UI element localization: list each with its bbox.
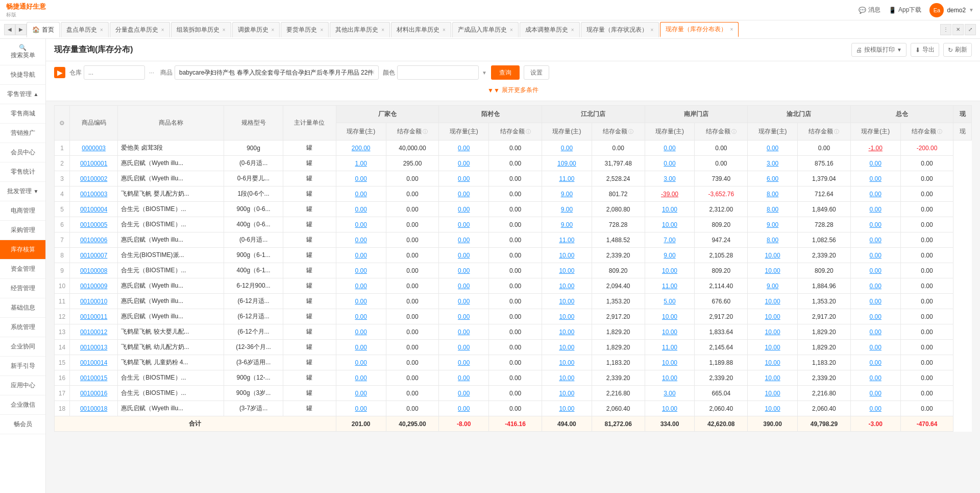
qty-link[interactable]: 0.00 — [870, 344, 881, 351]
tab-material-out[interactable]: 材料出库单历史 × — [391, 22, 451, 37]
product-code-link[interactable]: 00100002 — [80, 175, 107, 182]
qty-link[interactable]: 9.00 — [561, 221, 573, 228]
sidebar-item-corp[interactable]: 企业协同 — [0, 337, 45, 357]
tab-other-out[interactable]: 其他出库单历史 × — [330, 22, 390, 37]
qty-link[interactable]: 3.00 — [664, 175, 675, 182]
info-icon[interactable]: ⓘ — [423, 129, 428, 134]
sidebar-item-purchase[interactable]: 采购管理 — [0, 221, 45, 240]
product-code-link[interactable]: 00100014 — [80, 359, 107, 366]
qty-link[interactable]: 0.00 — [458, 145, 470, 152]
qty-link[interactable]: 10.00 — [765, 405, 780, 412]
info-icon[interactable]: ⓘ — [731, 129, 737, 134]
export-btn[interactable]: ⬇ 导出 — [911, 43, 939, 57]
qty-link[interactable]: 0.00 — [870, 405, 881, 412]
product-code-link[interactable]: 0000003 — [82, 145, 106, 152]
qty-link[interactable]: 10.00 — [559, 390, 574, 397]
qty-link[interactable]: 1.00 — [355, 160, 366, 167]
tab-order[interactable]: 要货单历史 × — [281, 22, 329, 37]
qty-link[interactable]: 11.00 — [662, 283, 677, 290]
qty-link[interactable]: 0.00 — [458, 283, 470, 290]
qty-link[interactable]: 0.00 — [458, 206, 470, 213]
qty-link[interactable]: 0.00 — [355, 267, 366, 274]
qty-link[interactable]: 0.00 — [458, 344, 470, 351]
qty-link[interactable]: 10.00 — [765, 344, 780, 351]
qty-link[interactable]: 0.00 — [458, 313, 470, 320]
warehouse-more-btn[interactable]: ··· — [147, 69, 156, 76]
qty-link[interactable]: 0.00 — [458, 160, 470, 167]
tab-expand-btn[interactable]: ⤢ — [965, 24, 976, 35]
qty-link[interactable]: 0.00 — [355, 191, 366, 198]
sidebar-item-retail-mgmt[interactable]: 零售管理 ▲ — [0, 85, 45, 104]
qty-link[interactable]: 10.00 — [559, 344, 574, 351]
qty-link[interactable]: 10.00 — [662, 221, 677, 228]
qty-link[interactable]: 0.00 — [458, 328, 470, 336]
qty-link[interactable]: 0.00 — [870, 298, 881, 305]
qty-link[interactable]: 10.00 — [662, 328, 677, 336]
qty-link[interactable]: 0.00 — [767, 145, 778, 152]
qty-link[interactable]: 10.00 — [765, 298, 780, 305]
warehouse-input[interactable] — [84, 65, 145, 80]
qty-link[interactable]: 0.00 — [458, 175, 470, 182]
sidebar-item-ops[interactable]: 经营管理 — [0, 279, 45, 298]
table-container[interactable]: ⚙ 商品编码 商品名称 规格型号 主计量单位 厂家仓 陌村仓 江北门店 南岸门店… — [46, 101, 980, 493]
product-code-link[interactable]: 00100012 — [80, 328, 107, 336]
qty-link[interactable]: 0.00 — [355, 175, 366, 182]
tab-check-single-close[interactable]: × — [100, 27, 103, 33]
qty-link[interactable]: 3.00 — [664, 390, 675, 397]
product-code-link[interactable]: 00100004 — [80, 206, 107, 213]
qty-link[interactable]: 10.00 — [559, 374, 574, 382]
qty-link[interactable]: 0.00 — [458, 405, 470, 412]
sidebar-item-basic[interactable]: 基础信息 — [0, 298, 45, 318]
qty-link[interactable]: 10.00 — [662, 313, 677, 320]
info-icon[interactable]: ⓘ — [937, 129, 942, 134]
qty-link[interactable]: 0.00 — [870, 237, 881, 244]
qty-link[interactable]: 0.00 — [355, 221, 366, 228]
qty-link[interactable]: 10.00 — [662, 359, 677, 366]
tab-assemble[interactable]: 组装拆卸单历史 × — [171, 22, 231, 37]
qty-link[interactable]: 0.00 — [355, 344, 366, 351]
tab-cost-adjust-close[interactable]: × — [571, 27, 574, 33]
qty-link[interactable]: 200.00 — [352, 145, 371, 152]
qty-link[interactable]: 10.00 — [559, 405, 574, 412]
sidebar-item-finance[interactable]: 资金管理 — [0, 260, 45, 279]
qty-link[interactable]: 10.00 — [559, 313, 574, 320]
user-info[interactable]: Ea demo2 ▼ — [929, 3, 974, 17]
qty-link[interactable]: 0.00 — [561, 145, 573, 152]
qty-link[interactable]: 10.00 — [765, 252, 780, 259]
qty-link[interactable]: 0.00 — [355, 206, 366, 213]
sidebar-item-wholesale[interactable]: 批发管理 ▼ — [0, 182, 45, 201]
tab-home[interactable]: 🏠 首页 — [27, 22, 60, 37]
qty-link[interactable]: 0.00 — [870, 221, 881, 228]
sidebar-item-wecom[interactable]: 企业微信 — [0, 395, 45, 415]
product-code-link[interactable]: 00100006 — [80, 237, 107, 244]
product-code-link[interactable]: 00100007 — [80, 252, 107, 259]
info-icon[interactable]: ⓘ — [628, 129, 633, 134]
qty-link[interactable]: 0.00 — [355, 405, 366, 412]
qty-link[interactable]: 10.00 — [559, 328, 574, 336]
qty-link[interactable]: 10.00 — [559, 359, 574, 366]
tab-transfer-close[interactable]: × — [272, 27, 275, 33]
tab-product-in-close[interactable]: × — [510, 27, 513, 33]
query-btn[interactable]: 查询 — [491, 65, 520, 80]
gear-icon[interactable]: ⚙ — [59, 120, 65, 127]
qty-link[interactable]: 0.00 — [870, 160, 881, 167]
qty-link[interactable]: 0.00 — [664, 145, 675, 152]
sidebar-item-sys[interactable]: 系统管理 — [0, 318, 45, 337]
qty-link[interactable]: 0.00 — [458, 390, 470, 397]
product-code-link[interactable]: 00100016 — [80, 390, 107, 397]
qty-link[interactable]: 8.00 — [767, 237, 778, 244]
product-input[interactable] — [175, 65, 379, 80]
qty-link[interactable]: 9.00 — [664, 252, 675, 259]
qty-link[interactable]: 11.00 — [662, 344, 677, 351]
product-code-link[interactable]: 00100015 — [80, 374, 107, 382]
qty-link[interactable]: 9.00 — [561, 206, 573, 213]
info-icon[interactable]: ⓘ — [834, 129, 839, 134]
tab-cost-adjust[interactable]: 成本调整单历史 × — [520, 22, 580, 37]
app-download-btn[interactable]: 📱 App下载 — [889, 6, 921, 14]
qty-link[interactable]: 0.00 — [870, 359, 881, 366]
refresh-btn[interactable]: ↻ 刷新 — [943, 43, 972, 57]
qty-link[interactable]: 0.00 — [458, 221, 470, 228]
sidebar-item-quicknav[interactable]: 快捷导航 — [0, 65, 45, 85]
tab-more-btn[interactable]: ⋮ — [940, 24, 951, 35]
qty-link[interactable]: 0.00 — [458, 252, 470, 259]
